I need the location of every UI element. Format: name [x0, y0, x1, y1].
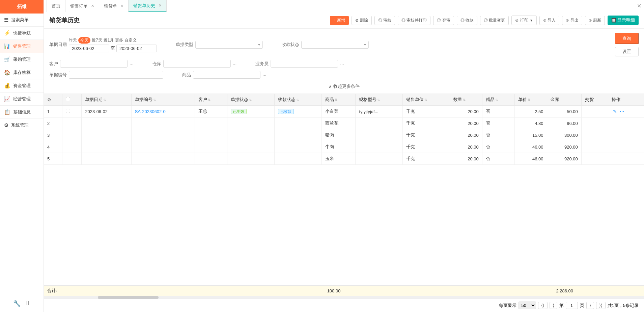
collect-button[interactable]: ◎ 收款	[457, 16, 477, 25]
tab-close-all[interactable]: ✕	[637, 3, 641, 9]
collapse-button[interactable]: ∧ 收起更多条件	[49, 82, 639, 91]
abandon-button[interactable]: ◎ 弃审	[433, 16, 454, 25]
check-all[interactable]	[66, 97, 70, 101]
print-button[interactable]: ⊙ 打印 ▼	[511, 16, 537, 25]
th-gift[interactable]: 赠品⇅	[482, 94, 514, 106]
cell-row-num: 5	[44, 153, 62, 165]
goods-filter: 商品 ···	[182, 71, 267, 79]
sidebar-item-system-mgmt[interactable]: ⚙ 系统管理	[0, 119, 44, 132]
tab-home[interactable]: 首页	[47, 0, 65, 12]
th-gear[interactable]: ⚙	[44, 94, 62, 106]
table-gear-icon[interactable]: ⚙	[47, 97, 51, 102]
th-doc-status[interactable]: 单据状态⇅	[227, 94, 275, 106]
page-next-button[interactable]: ⟩	[586, 302, 594, 309]
sidebar-item-operations[interactable]: 📈 经营管理	[0, 93, 44, 106]
doc-no-link[interactable]: SA-20230602-0	[135, 109, 166, 114]
th-doc-date[interactable]: 单据日期⇅	[82, 94, 131, 106]
tab-sales-goods-history[interactable]: 销货单历史 ✕	[129, 0, 167, 12]
show-details-button[interactable]: 🔲 显示明细	[608, 16, 639, 25]
shortcut-more[interactable]: 更多	[115, 37, 123, 43]
sidebar-item-search-menu[interactable]: ☰ 搜索菜单	[0, 14, 44, 27]
horizontal-scrollbar[interactable]	[44, 296, 644, 298]
review-print-button[interactable]: ◎ 审核并打印	[398, 16, 430, 25]
th-goods[interactable]: 商品⇅	[321, 94, 356, 106]
cell-check[interactable]	[62, 118, 82, 129]
payment-status-select[interactable]	[301, 41, 369, 49]
cell-doc-no: SA-20230602-0	[131, 106, 195, 118]
date-to-input[interactable]	[116, 45, 157, 52]
th-payment-status[interactable]: 收款状态⇅	[274, 94, 321, 106]
action-edit-btn[interactable]: ✎	[612, 109, 618, 114]
sidebar-item-base-info[interactable]: 📋 基础信息	[0, 106, 44, 119]
salesperson-ellipsis[interactable]: ···	[340, 61, 344, 67]
export-button[interactable]: ⊙ 导出	[562, 16, 582, 25]
row-checkbox[interactable]	[66, 109, 70, 113]
sidebar-item-inventory[interactable]: 🏠 库存核算	[0, 66, 44, 79]
shortcut-today[interactable]: 今天	[78, 37, 90, 44]
sidebar-item-sales-mgmt[interactable]: 📊 销售管理	[0, 40, 44, 53]
page-last-button[interactable]: ⟩⟩	[596, 302, 606, 309]
tab-sales-order[interactable]: 销售订单 ✕	[65, 0, 99, 12]
per-page-select[interactable]: 50 100 200	[519, 302, 536, 309]
shortcut-7days[interactable]: 近7天	[92, 37, 102, 43]
sidebar-item-finance[interactable]: 💰 资金管理	[0, 79, 44, 93]
action-more-btn[interactable]: ⋯	[618, 109, 626, 114]
shortcut-custom[interactable]: 自定义	[124, 37, 137, 43]
batch-change-button[interactable]: ◎ 批量变更	[480, 16, 509, 25]
review-button[interactable]: ◎ 审核	[374, 16, 395, 25]
tab-sales-goods-close[interactable]: ✕	[120, 4, 123, 8]
scrollbar-thumb[interactable]	[98, 296, 159, 299]
goods-input[interactable]	[193, 71, 260, 79]
doc-no-input[interactable]	[69, 71, 163, 79]
th-customer[interactable]: 客户⇅	[195, 94, 227, 106]
th-spec[interactable]: 规格型号⇅	[356, 94, 403, 106]
date-filter-label: 单据日期	[49, 42, 67, 48]
cell-goods: 猪肉	[321, 129, 356, 141]
customer-input[interactable]	[60, 60, 128, 68]
page-prev-button[interactable]: ⟨	[550, 302, 557, 309]
th-unit[interactable]: 销售单位⇅	[403, 94, 450, 106]
th-doc-no[interactable]: 单据编号⇅	[131, 94, 195, 106]
doc-type-select[interactable]	[195, 41, 263, 49]
shortcut-yesterday[interactable]: 昨天	[69, 37, 77, 43]
filter-row-2: 客户 ··· 仓库 ··· 业务员 ···	[49, 60, 639, 68]
cell-check[interactable]	[62, 106, 82, 118]
sidebar-settings-icon[interactable]: 🔧	[13, 300, 21, 307]
cell-unit-price: 15.00	[514, 129, 547, 141]
page-input[interactable]	[566, 302, 578, 309]
th-check[interactable]	[62, 94, 82, 106]
th-qty[interactable]: 数量⇅	[450, 94, 482, 106]
tab-sales-goods-history-close[interactable]: ✕	[159, 3, 162, 8]
warehouse-ellipsis[interactable]: ···	[233, 61, 237, 67]
customer-ellipsis[interactable]: ···	[130, 61, 134, 67]
table-row: 4牛肉千克20.00否46.00920.00	[44, 141, 644, 153]
collapse-label: 收起更多条件	[333, 83, 360, 89]
filter-settings-button[interactable]: 设置	[615, 47, 639, 56]
shortcut-1month[interactable]: 近1月	[104, 37, 114, 43]
search-menu-icon: ☰	[4, 17, 8, 23]
date-from-input[interactable]	[69, 45, 109, 52]
sidebar-item-purchase-mgmt[interactable]: 🛒 采购管理	[0, 53, 44, 66]
new-button[interactable]: + 新增	[330, 16, 349, 25]
tab-sales-order-close[interactable]: ✕	[91, 4, 94, 8]
cell-check[interactable]	[62, 141, 82, 153]
import-button[interactable]: ⊙ 导入	[539, 16, 559, 25]
th-unit-price[interactable]: 单价⇅	[514, 94, 547, 106]
page-first-button[interactable]: ⟨⟨	[538, 302, 548, 309]
delete-button[interactable]: ⊗ 删除	[352, 16, 371, 25]
print-dropdown-icon[interactable]: ▼	[530, 19, 533, 22]
tab-sales-goods[interactable]: 销货单 ✕	[99, 0, 129, 12]
sidebar-collapse-icon[interactable]: ⏸	[25, 300, 31, 307]
sidebar: 拓维 ☰ 搜索菜单 ⚡ 快捷导航 📊 销售管理 🛒 采购管理 🏠 库存核算 💰 …	[0, 0, 44, 312]
cell-check[interactable]	[62, 129, 82, 141]
warehouse-input[interactable]	[163, 60, 231, 68]
toolbar: + 新增 ⊗ 删除 ◎ 审核 ◎ 审核并打印 ◎ 弃审 ◎ 收款 ◎ 批量变更 …	[330, 16, 639, 25]
refresh-button[interactable]: ⊙ 刷新	[585, 16, 605, 25]
main-content: 首页 销售订单 ✕ 销货单 ✕ 销货单历史 ✕ ✕ 销货单历史 + 新增 ⊗ 删…	[44, 0, 644, 312]
salesperson-input[interactable]	[271, 60, 338, 68]
cell-check[interactable]	[62, 153, 82, 165]
cell-doc-date	[82, 153, 131, 165]
sidebar-item-quick-nav[interactable]: ⚡ 快捷导航	[0, 27, 44, 40]
goods-ellipsis[interactable]: ···	[262, 72, 267, 78]
query-button[interactable]: 查询	[615, 33, 639, 44]
